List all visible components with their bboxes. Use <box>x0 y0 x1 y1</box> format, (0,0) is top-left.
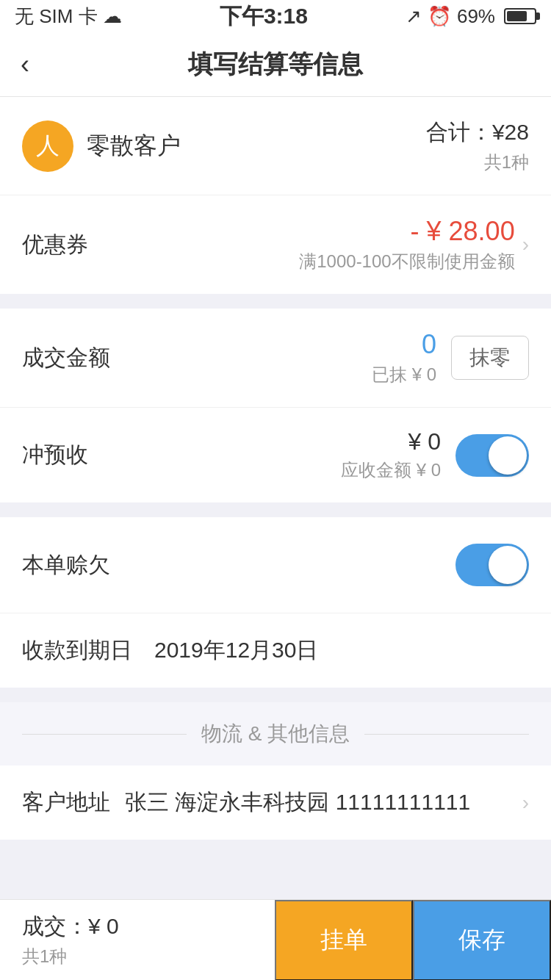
due-date-label: 收款到期日 <box>22 635 132 666</box>
bottom-info: 成交：¥ 0 共1种 <box>0 912 275 968</box>
precollect-amount: ¥ 0 <box>341 428 441 455</box>
precollect-label: 冲预收 <box>22 440 88 470</box>
debt-toggle[interactable] <box>455 544 529 586</box>
logistics-line-right <box>364 734 529 735</box>
address-card: 客户地址 张三 海淀永丰科技园 11111111111 › <box>0 765 551 840</box>
address-label: 客户地址 <box>22 788 110 818</box>
debt-row: 本单赊欠 <box>0 517 551 613</box>
logistics-label: 物流 & 其他信息 <box>187 720 364 748</box>
deal-amount-info: 0 已抹 ¥ 0 <box>372 329 436 386</box>
coupon-amount: - ¥ 28.00 <box>299 216 514 247</box>
page-title: 填写结算等信息 <box>188 48 363 82</box>
total-count: 共1种 <box>426 151 529 174</box>
status-bar: 无 SIM 卡 ☁ 下午3:18 ↗ ⏰ 69% <box>0 0 551 32</box>
deal-amount-row: 成交金额 0 已抹 ¥ 0 抹零 <box>0 309 551 407</box>
content: 人 零散客户 合计：¥28 共1种 优惠券 - ¥ 28.00 满1000-10… <box>0 97 551 943</box>
logistics-header: 物流 & 其他信息 <box>0 702 551 765</box>
customer-right: 合计：¥28 共1种 <box>426 118 529 174</box>
due-date-value: 2019年12月30日 <box>154 635 318 666</box>
coupon-label: 优惠券 <box>22 230 88 260</box>
precollect-toggle[interactable] <box>455 434 529 477</box>
status-time: 下午3:18 <box>220 1 308 32</box>
precollect-sub: 应收金额 ¥ 0 <box>341 458 441 482</box>
customer-row: 人 零散客户 合计：¥28 共1种 <box>0 97 551 195</box>
precollect-row: 冲预收 ¥ 0 应收金额 ¥ 0 <box>0 407 551 502</box>
avatar-icon: 人 <box>36 130 60 162</box>
location-icon: ↗ <box>406 5 422 28</box>
deal-amount-sub: 已抹 ¥ 0 <box>372 363 436 386</box>
coupon-right: - ¥ 28.00 满1000-100不限制使用金额 › <box>299 216 529 273</box>
coupon-row[interactable]: 优惠券 - ¥ 28.00 满1000-100不限制使用金额 › <box>0 195 551 294</box>
nav-bar: ‹ 填写结算等信息 <box>0 32 551 97</box>
deal-right: 0 已抹 ¥ 0 抹零 <box>372 329 529 386</box>
toggle-knob <box>489 436 527 475</box>
bottom-bar: 成交：¥ 0 共1种 挂单 保存 <box>0 899 551 980</box>
deal-amount-value: 0 <box>372 329 436 360</box>
address-row[interactable]: 客户地址 张三 海淀永丰科技园 11111111111 › <box>0 765 551 840</box>
save-button[interactable]: 保存 <box>413 900 551 981</box>
precollect-amount-block: ¥ 0 应收金额 ¥ 0 <box>341 428 441 482</box>
debt-toggle-knob <box>489 546 527 584</box>
coupon-chevron-icon: › <box>522 233 529 256</box>
due-date-row: 收款到期日 2019年12月30日 <box>0 613 551 688</box>
deal-amount-label: 成交金额 <box>22 343 110 373</box>
alarm-icon: ⏰ <box>428 5 451 28</box>
logistics-line-left <box>22 734 187 735</box>
customer-left: 人 零散客户 <box>22 120 181 172</box>
address-value: 张三 海淀永丰科技园 11111111111 <box>125 788 522 818</box>
bottom-deal-row: 成交：¥ 0 <box>22 912 253 942</box>
bottom-deal-amount: ¥ 0 <box>88 914 119 938</box>
address-chevron-icon: › <box>522 791 529 815</box>
customer-name: 零散客户 <box>87 130 181 162</box>
debt-label: 本单赊欠 <box>22 550 110 580</box>
battery-icon <box>504 8 536 24</box>
customer-card: 人 零散客户 合计：¥28 共1种 优惠券 - ¥ 28.00 满1000-10… <box>0 97 551 294</box>
total-amount: 合计：¥28 <box>426 118 529 148</box>
round-button[interactable]: 抹零 <box>451 336 529 380</box>
status-left: 无 SIM 卡 ☁ <box>15 4 122 29</box>
pending-button[interactable]: 挂单 <box>275 900 413 981</box>
precollect-right: ¥ 0 应收金额 ¥ 0 <box>341 428 529 482</box>
back-button[interactable]: ‹ <box>21 49 29 80</box>
bottom-count: 共1种 <box>22 945 253 968</box>
coupon-info: - ¥ 28.00 满1000-100不限制使用金额 <box>299 216 514 273</box>
battery-fill <box>507 11 527 21</box>
deal-amount-card: 成交金额 0 已抹 ¥ 0 抹零 冲预收 ¥ 0 应收金额 ¥ 0 <box>0 309 551 502</box>
customer-avatar: 人 <box>22 120 73 172</box>
bottom-deal-label: 成交： <box>22 914 88 938</box>
battery-text: 69% <box>457 5 495 28</box>
no-sim-text: 无 SIM 卡 ☁ <box>15 4 122 29</box>
debt-card: 本单赊欠 收款到期日 2019年12月30日 <box>0 517 551 688</box>
coupon-desc: 满1000-100不限制使用金额 <box>299 250 514 273</box>
status-right: ↗ ⏰ 69% <box>406 5 536 28</box>
